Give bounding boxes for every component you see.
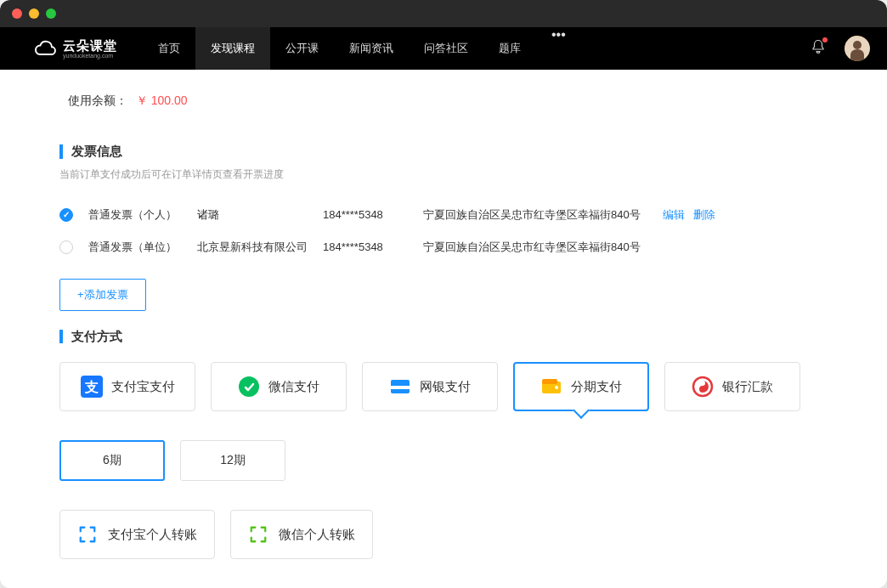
unionpay-icon — [389, 376, 411, 398]
invoice-radio[interactable] — [59, 208, 73, 222]
invoice-list: 普通发票（个人） 诸璐 184****5348 宁夏回族自治区吴忠市红寺堡区幸福… — [59, 199, 828, 263]
svg-point-1 — [853, 41, 862, 49]
pay-label: 银行汇款 — [722, 379, 773, 395]
nav-news[interactable]: 新闻资讯 — [334, 27, 409, 70]
nav-home[interactable]: 首页 — [143, 27, 195, 70]
installment-options: 6期 12期 — [59, 440, 828, 481]
brand-sub: yunduoketang.com — [63, 53, 117, 59]
invoice-radio[interactable] — [59, 240, 73, 254]
payment-section: 支付方式 支 支付宝支付 微信支付 — [59, 330, 828, 560]
invoice-phone: 184****5348 — [323, 240, 408, 253]
pay-installment[interactable]: 分期支付 — [513, 362, 649, 411]
svg-point-9 — [555, 386, 558, 389]
scan-icon — [77, 524, 98, 545]
payment-methods: 支 支付宝支付 微信支付 网银支付 — [59, 362, 828, 411]
invoice-address: 宁夏回族自治区吴忠市红寺堡区幸福街840号 — [423, 240, 644, 255]
balance-amount: ￥ 100.00 — [136, 93, 188, 107]
invoice-row-company: 普通发票（单位） 北京昱新科技有限公司 184****5348 宁夏回族自治区吴… — [59, 231, 828, 263]
invoice-actions: 编辑 删除 — [663, 207, 715, 223]
invoice-name: 北京昱新科技有限公司 — [197, 240, 308, 255]
transfer-options: 支付宝个人转账 微信个人转账 — [59, 510, 828, 559]
page-content: 使用余额： ￥ 100.00 发票信息 当前订单支付成功后可在订单详情页查看开票… — [0, 70, 887, 588]
window-close-dot[interactable] — [12, 8, 22, 19]
transfer-label: 支付宝个人转账 — [108, 527, 197, 543]
brand-logo[interactable]: 云朵课堂 yunduoketang.com — [34, 38, 117, 59]
balance-label: 使用余额： — [68, 93, 127, 107]
window-max-dot[interactable] — [46, 8, 56, 19]
pay-bank[interactable]: 银行汇款 — [664, 362, 800, 411]
nav-bank[interactable]: 题库 — [483, 27, 536, 70]
scan-icon — [248, 524, 268, 545]
payment-title: 支付方式 — [59, 330, 828, 344]
invoice-type: 普通发票（个人） — [88, 207, 182, 223]
pay-wechat[interactable]: 微信支付 — [211, 362, 347, 411]
invoice-section: 发票信息 当前订单支付成功后可在订单详情页查看开票进度 普通发票（个人） 诸璐 … — [59, 144, 828, 311]
pay-label: 网银支付 — [420, 379, 471, 395]
wechat-icon — [238, 376, 260, 398]
installment-6[interactable]: 6期 — [59, 440, 165, 481]
top-nav: 云朵课堂 yunduoketang.com 首页 发现课程 公开课 新闻资讯 问… — [0, 27, 887, 70]
nav-qa[interactable]: 问答社区 — [409, 27, 483, 70]
app-window: 云朵课堂 yunduoketang.com 首页 发现课程 公开课 新闻资讯 问… — [0, 0, 887, 588]
add-invoice-button[interactable]: +添加发票 — [59, 279, 146, 311]
invoice-type: 普通发票（单位） — [88, 240, 182, 255]
pay-alipay[interactable]: 支 支付宝支付 — [59, 362, 195, 411]
invoice-name: 诸璐 — [197, 207, 308, 223]
svg-rect-8 — [542, 379, 557, 384]
edit-link[interactable]: 编辑 — [663, 207, 685, 223]
nav-courses[interactable]: 发现课程 — [195, 27, 270, 70]
pay-label: 分期支付 — [571, 379, 622, 395]
bank-icon — [692, 376, 714, 398]
nav-open[interactable]: 公开课 — [270, 27, 334, 70]
svg-rect-6 — [391, 386, 410, 389]
nav-right — [811, 36, 870, 61]
wallet-icon — [540, 376, 562, 398]
alipay-icon: 支 — [81, 376, 103, 398]
balance-row: 使用余额： ￥ 100.00 — [59, 87, 828, 126]
notification-dot-icon — [822, 37, 828, 42]
svg-point-4 — [239, 376, 259, 397]
invoice-title: 发票信息 — [59, 144, 828, 159]
cloud-icon — [34, 38, 58, 59]
svg-text:支: 支 — [84, 380, 99, 394]
invoice-address: 宁夏回族自治区吴忠市红寺堡区幸福街840号 — [423, 207, 644, 223]
pay-label: 微信支付 — [268, 379, 319, 395]
window-min-dot[interactable] — [29, 8, 39, 19]
invoice-phone: 184****5348 — [323, 208, 408, 221]
notification-bell[interactable] — [811, 39, 826, 58]
nav-more-icon[interactable]: ••• — [536, 27, 581, 70]
nav-items: 首页 发现课程 公开课 新闻资讯 问答社区 题库 ••• — [143, 27, 581, 70]
transfer-wechat[interactable]: 微信个人转账 — [230, 510, 373, 559]
pay-label: 支付宝支付 — [111, 379, 175, 395]
transfer-alipay[interactable]: 支付宝个人转账 — [59, 510, 215, 559]
invoice-sub: 当前订单支付成功后可在订单详情页查看开票进度 — [59, 167, 828, 182]
pay-unionpay[interactable]: 网银支付 — [362, 362, 498, 411]
transfer-label: 微信个人转账 — [279, 527, 355, 543]
delete-link[interactable]: 删除 — [693, 207, 715, 223]
user-avatar[interactable] — [845, 36, 870, 61]
invoice-row-personal: 普通发票（个人） 诸璐 184****5348 宁夏回族自治区吴忠市红寺堡区幸福… — [59, 199, 828, 231]
installment-12[interactable]: 12期 — [180, 440, 285, 481]
window-titlebar — [0, 0, 887, 27]
